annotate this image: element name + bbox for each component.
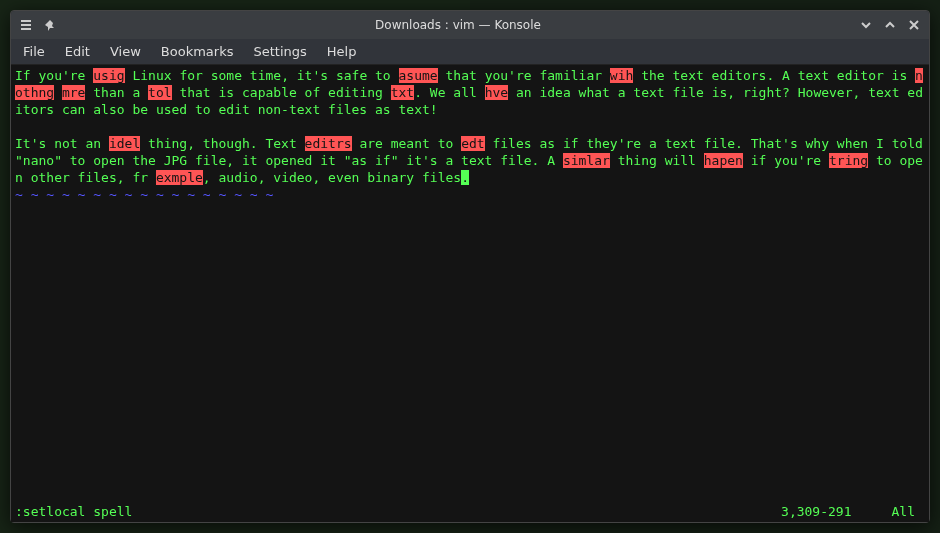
misspelled-word: simlar [563,153,610,168]
konsole-window: Downloads : vim — Konsole File Edit View… [10,10,930,523]
app-menu-icon[interactable] [19,18,33,32]
maximize-icon[interactable] [883,18,897,32]
menu-settings[interactable]: Settings [253,44,306,59]
menu-view[interactable]: View [110,44,141,59]
menu-bookmarks[interactable]: Bookmarks [161,44,234,59]
titlebar: Downloads : vim — Konsole [11,11,929,39]
cursor: . [461,170,469,185]
status-command: :setlocal spell [15,503,781,520]
minimize-icon[interactable] [859,18,873,32]
misspelled-word: asume [399,68,438,83]
status-position: 3,309-291 [781,503,851,520]
misspelled-word: hve [485,85,508,100]
empty-line-tildes: ~ ~ ~ ~ ~ ~ ~ ~ ~ ~ ~ ~ ~ ~ ~ ~ ~ [15,186,925,203]
misspelled-word: tol [148,85,171,100]
misspelled-word: exmple [156,170,203,185]
window-title: Downloads : vim — Konsole [57,18,859,32]
misspelled-word: txt [391,85,414,100]
misspelled-word: edt [461,136,484,151]
vim-statusline: :setlocal spell 3,309-291 All [15,503,925,520]
misspelled-word: tring [829,153,868,168]
status-percent: All [892,503,915,520]
misspelled-word: hapen [704,153,743,168]
menubar: File Edit View Bookmarks Settings Help [11,39,929,65]
menu-help[interactable]: Help [327,44,357,59]
editor-buffer: If you're usig Linux for some time, it's… [15,67,925,186]
menu-file[interactable]: File [23,44,45,59]
misspelled-word: wih [610,68,633,83]
misspelled-word: usig [93,68,124,83]
misspelled-word: editrs [305,136,352,151]
misspelled-word: idel [109,136,140,151]
pin-icon[interactable] [43,18,57,32]
misspelled-word: mre [62,85,85,100]
close-icon[interactable] [907,18,921,32]
terminal-area[interactable]: If you're usig Linux for some time, it's… [11,65,929,522]
menu-edit[interactable]: Edit [65,44,90,59]
